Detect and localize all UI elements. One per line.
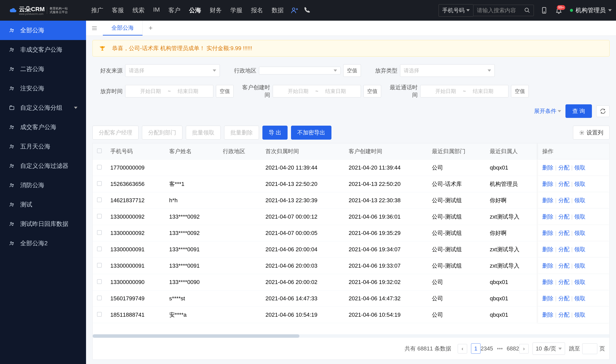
search-type-select[interactable]: 手机号码 [438,4,473,17]
page-next-button[interactable]: › [519,344,529,353]
sidebar-item[interactable]: 注安公海 [0,79,86,98]
filter-create-time-range[interactable]: 开始日期 ~ 结束日期 [273,85,361,97]
sidebar-item[interactable]: 自定义公海过滤器 [0,156,86,176]
op-assign[interactable]: 分配 [558,213,570,220]
op-assign[interactable]: 分配 [558,312,570,318]
sidebar-item[interactable]: 自定义公海分组 [0,98,86,117]
logo[interactable]: 云朵CRM www.yunduocrm.com 教育机构一站 式服务云平台 [0,5,86,15]
op-delete[interactable]: 删除 [542,197,553,204]
sidebar-item[interactable]: 二咨公海 [0,59,86,79]
page-number[interactable]: 4 [487,345,490,352]
row-checkbox[interactable] [97,197,102,202]
user-menu[interactable]: 机构管理员 [570,6,612,14]
op-assign[interactable]: 分配 [558,197,570,204]
op-claim[interactable]: 领取 [574,164,585,171]
page-size-select[interactable]: 10 条/页 [533,342,565,355]
filter-source-select[interactable]: 请选择 [125,64,220,77]
sidebar-item[interactable]: 测试昨日回库数据 [0,214,86,234]
filter-region-empty[interactable]: 空值 [343,64,361,77]
op-claim[interactable]: 领取 [574,262,585,269]
row-checkbox[interactable] [97,181,102,186]
nav-item[interactable]: IM [152,4,161,16]
batch-claim-button[interactable]: 批量领取 [186,126,221,140]
op-delete[interactable]: 删除 [542,295,553,302]
tab-all-public[interactable]: 全部公海 [103,21,143,36]
sidebar-item[interactable]: 全部公海2 [0,234,86,253]
op-assign[interactable]: 分配 [558,279,570,285]
tabs-collapse-icon[interactable] [86,26,103,31]
op-delete[interactable]: 删除 [542,181,553,187]
page-number[interactable]: 2 [480,345,484,352]
set-columns-button[interactable]: 设置列 [573,126,610,140]
filter-abandon-time-range[interactable]: 开始日期 ~ 结束日期 [125,85,213,97]
nav-item[interactable]: 客户 [167,4,181,16]
page-number[interactable]: 3 [484,345,487,352]
row-checkbox[interactable] [97,296,102,300]
refresh-button[interactable] [596,105,610,117]
select-all-checkbox[interactable] [97,148,102,153]
expand-filters-link[interactable]: 展开条件 [534,107,561,115]
op-claim[interactable]: 领取 [574,181,585,187]
op-assign[interactable]: 分配 [558,164,570,171]
op-delete[interactable]: 删除 [542,262,553,269]
op-delete[interactable]: 删除 [542,246,553,253]
filter-abandon-time-empty[interactable]: 空值 [216,85,234,97]
sidebar-item[interactable]: 非成交客户公海 [0,40,86,59]
op-claim[interactable]: 领取 [574,312,585,318]
nav-item[interactable]: 学服 [230,4,243,16]
op-assign[interactable]: 分配 [558,246,570,253]
mobile-icon[interactable] [541,7,548,14]
assign-manager-button[interactable]: 分配客户经理 [92,126,139,140]
search-input[interactable] [477,7,524,14]
tab-add-icon[interactable]: + [143,24,159,32]
sidebar-item[interactable]: 成交客户公海 [0,117,86,137]
op-assign[interactable]: 分配 [558,262,570,269]
sidebar-item[interactable]: 测试 [0,195,86,214]
filter-create-time-empty[interactable]: 空值 [363,85,381,97]
op-assign[interactable]: 分配 [558,181,570,187]
nav-item[interactable]: 报名 [250,4,264,16]
sidebar-item[interactable]: 全部公海 [0,21,86,40]
export-plain-button[interactable]: 不加密导出 [291,126,332,140]
filter-region-select[interactable] [259,67,341,74]
horizontal-scrollbar[interactable] [93,334,609,338]
op-claim[interactable]: 领取 [574,295,585,302]
op-assign[interactable]: 分配 [558,295,570,302]
query-button[interactable]: 查 询 [565,104,592,118]
nav-item[interactable]: 线索 [132,4,145,16]
op-delete[interactable]: 删除 [542,312,553,318]
row-checkbox[interactable] [97,247,102,251]
row-checkbox[interactable] [97,230,102,235]
assign-department-button[interactable]: 分配到部门 [142,126,182,140]
op-claim[interactable]: 领取 [574,279,585,285]
batch-delete-button[interactable]: 批量删除 [224,126,259,140]
page-number[interactable]: 1 [471,343,480,354]
nav-item[interactable]: 财务 [209,4,223,16]
notifications-icon[interactable]: 99+ [555,7,562,14]
op-claim[interactable]: 领取 [574,197,585,204]
page-jump-input[interactable] [582,343,597,354]
op-claim[interactable]: 领取 [574,246,585,253]
page-prev-button[interactable]: ‹ [458,344,467,353]
nav-item[interactable]: 客服 [111,4,125,16]
op-claim[interactable]: 领取 [574,213,585,220]
export-button[interactable]: 导 出 [262,126,288,140]
nav-item[interactable]: 推广 [90,4,104,16]
row-checkbox[interactable] [97,312,102,317]
filter-last-call-empty[interactable]: 空值 [511,85,529,97]
row-checkbox[interactable] [97,263,102,268]
nav-item[interactable]: 公海 [188,4,202,16]
op-delete[interactable]: 删除 [542,213,553,220]
filter-last-call-range[interactable]: 开始日期 ~ 结束日期 [420,85,508,97]
row-checkbox[interactable] [97,165,102,169]
sidebar-item[interactable]: 五月天公海 [0,137,86,156]
row-checkbox[interactable] [97,214,102,219]
filter-abandon-type-select[interactable]: 请选择 [400,64,495,77]
row-checkbox[interactable] [97,279,102,284]
op-delete[interactable]: 删除 [542,279,553,285]
op-delete[interactable]: 删除 [542,230,553,236]
op-claim[interactable]: 领取 [574,230,585,236]
phone-icon[interactable] [304,7,310,14]
op-delete[interactable]: 删除 [542,164,553,171]
page-number[interactable]: 5 [490,345,493,352]
